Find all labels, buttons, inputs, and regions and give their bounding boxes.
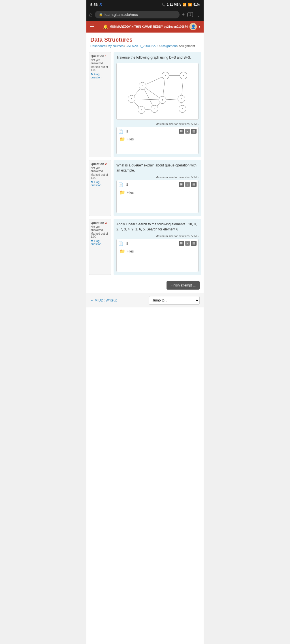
q1-max-size: Maximum size for new files: 50MB (116, 123, 199, 126)
q1-files-label: Files (127, 137, 134, 141)
q1-upload-box: 📄 ⬇ ⊞ ≡ ▤ 📁 Files (116, 127, 199, 154)
q3-files-label: Files (127, 249, 134, 253)
home-icon[interactable]: ⌂ (89, 11, 93, 18)
q2-add-file-icon[interactable]: 📄 (118, 182, 123, 187)
q2-upload-box: 📄 ⬇ ⊞ ≡ ▤ 📁 Files (116, 180, 199, 213)
edge-2-6 (142, 86, 154, 109)
q3-file-area: 📁 Files (118, 247, 197, 270)
jump-select[interactable]: Jump to... (149, 296, 200, 305)
svg-text:6: 6 (154, 108, 155, 110)
new-tab-icon[interactable]: + (182, 12, 185, 18)
page-title: Data Structures (90, 37, 200, 43)
q3-marked: Marked out of 1.00 (91, 232, 109, 238)
phone-icon: 📞 (161, 3, 165, 7)
q3-folder-icon: 📁 (120, 249, 125, 254)
q1-flag[interactable]: ⚑ Flag question (91, 73, 101, 79)
q2-list-view-btn[interactable]: ≡ (185, 182, 190, 187)
wifi-icon: 📶 (183, 3, 187, 7)
svg-text:5: 5 (162, 99, 163, 101)
breadcrumb: Dashboard / My courses / CSEN2001_220003… (90, 44, 200, 48)
q2-flag[interactable]: ⚑ Flag question (91, 181, 101, 187)
status-bar: 5:56 S 📞 1.11 MB/s 📶 📶 51% (86, 0, 204, 9)
time: 5:56 (90, 3, 98, 7)
q3-add-file-icon[interactable]: 📄 (118, 241, 123, 246)
q1-marked: Marked out of 1.00 (91, 65, 109, 72)
node-7: 7 (179, 105, 186, 112)
detail-view-btn[interactable]: ▤ (191, 129, 197, 134)
add-file-icon[interactable]: 📄 (118, 129, 123, 134)
list-view-btn[interactable]: ≡ (185, 129, 190, 134)
signal-icon: 📶 (188, 3, 192, 7)
node-2: 2 (139, 82, 146, 89)
question-1-wrapper: Question 1 Not yet answered Marked out o… (89, 52, 201, 157)
q1-files-folder[interactable]: 📁 Files (120, 136, 134, 142)
q3-download-icon[interactable]: ⬇ (125, 241, 129, 246)
breadcrumb-assignment2: Assignment (179, 44, 195, 48)
hamburger-icon[interactable]: ☰ (90, 23, 94, 30)
folder-icon: 📁 (120, 136, 125, 142)
speed: 1.11 MB/s (167, 3, 181, 6)
q2-marked: Marked out of 1.00 (91, 173, 109, 179)
breadcrumb-course[interactable]: CSEN2001_220003276 (125, 44, 158, 48)
q3-upload-box: 📄 ⬇ ⊞ ≡ ▤ 📁 Files (116, 239, 199, 272)
bell-icon[interactable]: 🔔 (103, 24, 108, 29)
finish-attempt-button[interactable]: Finish attempt ... (167, 281, 200, 290)
q3-grid-view-btn[interactable]: ⊞ (179, 241, 184, 246)
q2-detail-view-btn[interactable]: ▤ (191, 182, 197, 187)
page-title-area: Data Structures Dashboard / My courses /… (86, 33, 204, 49)
svg-text:4: 4 (141, 109, 142, 111)
prev-link[interactable]: ← MID2 : Writeup (90, 298, 117, 302)
lock-icon: 🔒 (99, 13, 103, 16)
graph-svg: 1 2 3 4 (120, 66, 195, 116)
question-1-main: Traverse the following graph using DFS a… (114, 52, 201, 157)
q2-folder-icon: 📁 (120, 190, 125, 195)
node-5: 5 (159, 96, 166, 103)
battery: 51% (193, 3, 200, 6)
q3-detail-view-btn[interactable]: ▤ (191, 241, 197, 246)
question-3-sidebar: Question 3 Not yet answered Marked out o… (89, 219, 111, 275)
url-text: learn.gitam.edu/moc (105, 12, 138, 17)
graph-container: 1 2 3 4 (116, 63, 199, 120)
q3-file-toolbar: 📄 ⬇ ⊞ ≡ ▤ (118, 241, 197, 246)
q3-label: Question 3 (91, 221, 109, 224)
q2-download-icon[interactable]: ⬇ (125, 182, 129, 187)
q2-grid-view-btn[interactable]: ⊞ (179, 182, 184, 187)
bottom-actions: Finish attempt ... (86, 278, 204, 293)
breadcrumb-assignment1[interactable]: Assignment (160, 44, 176, 48)
svg-text:3: 3 (165, 74, 166, 76)
page-content: Data Structures Dashboard / My courses /… (86, 33, 204, 644)
download-icon[interactable]: ⬇ (125, 129, 129, 134)
chevron-down-icon[interactable]: ▾ (199, 25, 200, 29)
menu-icon[interactable]: ⋮ (196, 12, 201, 18)
q2-file-area: 📁 Files (118, 189, 197, 211)
q2-max-size: Maximum size for new files: 50MB (116, 176, 199, 179)
s-logo: S (99, 2, 102, 7)
breadcrumb-mycourses[interactable]: My courses (108, 44, 123, 48)
node-3: 3 (162, 72, 169, 79)
avatar: 👤 (189, 23, 197, 30)
q1-label: Question 1 (91, 54, 109, 58)
question-2-sidebar: Question 2 Not yet answered Marked out o… (89, 160, 111, 216)
q3-list-view-btn[interactable]: ≡ (185, 241, 190, 246)
user-name: MUMMAREDDY NITHIN KUMAR REDDY bu21csen01… (110, 25, 188, 28)
question-3-main: Apply Linear Search to the following ele… (114, 219, 201, 275)
browser-bar: ⌂ 🔒 learn.gitam.edu/moc + 1 ⋮ (86, 9, 204, 21)
q1-text: Traverse the following graph using DFS a… (116, 55, 199, 60)
status-right: 📞 1.11 MB/s 📶 📶 51% (161, 3, 200, 7)
q2-files-label: Files (127, 191, 134, 194)
q3-flag[interactable]: ⚑ Flag question (91, 239, 101, 246)
q3-status: Not yet answered (91, 225, 109, 232)
question-2-main: What is a queue? explain about queue ope… (114, 160, 201, 216)
question-2-wrapper: Question 2 Not yet answered Marked out o… (89, 160, 201, 216)
node-8: 8 (180, 72, 187, 79)
tab-count[interactable]: 1 (187, 12, 193, 17)
grid-view-btn[interactable]: ⊞ (179, 129, 184, 134)
breadcrumb-dashboard[interactable]: Dashboard (90, 44, 106, 48)
url-bar[interactable]: 🔒 learn.gitam.edu/moc (95, 11, 180, 18)
q2-files-folder[interactable]: 📁 Files (120, 190, 134, 195)
svg-text:8: 8 (183, 74, 184, 76)
q3-files-folder[interactable]: 📁 Files (120, 249, 134, 254)
q2-text: What is a queue? explain about queue ope… (116, 163, 199, 173)
q1-status: Not yet answered (91, 59, 109, 65)
q2-file-toolbar: 📄 ⬇ ⊞ ≡ ▤ (118, 182, 197, 187)
